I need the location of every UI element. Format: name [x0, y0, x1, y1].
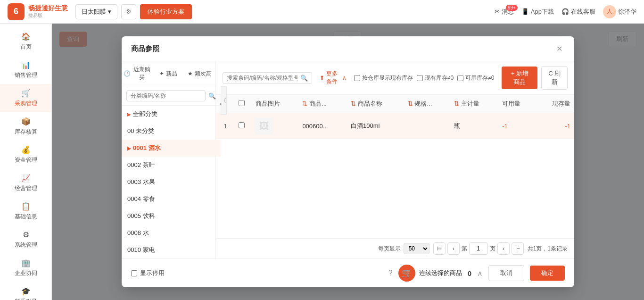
cart-area: 🛒 连续选择的商品 0 — [398, 265, 471, 282]
cat-item-all[interactable]: ▶ 全部分类 — [122, 106, 221, 123]
sidebar-item-purchase[interactable]: 🛒 采购管理 — [0, 84, 51, 112]
col-available: 可用量 — [498, 95, 536, 113]
usable-checkbox[interactable] — [457, 75, 463, 81]
cat-item-snacks[interactable]: 0004 零食 — [122, 191, 221, 208]
sales-icon: 📊 — [21, 60, 31, 69]
sidebar-item-operations[interactable]: 📈 经营管理 — [0, 169, 51, 197]
sort-icon: ⇅ — [351, 100, 356, 107]
cat-item-appliances[interactable]: 0010 家电 — [122, 242, 221, 258]
sort-icon: ⇅ — [302, 100, 307, 107]
per-page-select[interactable]: 50 20 100 — [404, 243, 429, 254]
sidebar-item-system[interactable]: ⚙ 系统管理 — [0, 225, 51, 254]
sidebar-item-inventory[interactable]: 📦 库存核算 — [0, 112, 51, 141]
tab-frequent[interactable]: ★ 频次高 — [184, 61, 215, 86]
chevron-down-icon: ▾ — [108, 8, 111, 15]
help-icon[interactable]: ? — [388, 269, 393, 277]
per-page-control: 每页显示 50 20 100 — [378, 243, 429, 254]
user-nav-item[interactable]: 人 徐泽华 — [603, 5, 636, 18]
messages-badge: 99+ — [506, 5, 518, 11]
cancel-button[interactable]: 取消 — [488, 265, 524, 281]
select-all-checkbox[interactable] — [239, 100, 245, 106]
col-name[interactable]: ⇅ 商品名称 — [347, 95, 404, 113]
col-image: 商品图片 — [252, 95, 298, 113]
show-disabled-checkbox[interactable] — [131, 270, 137, 276]
category-collapse-button[interactable]: 《 — [221, 86, 227, 115]
cat-item-drinks[interactable]: 0005 饮料 — [122, 208, 221, 225]
first-page-button[interactable]: ⊨ — [433, 242, 446, 255]
sidebar-item-home[interactable]: 🏠 首页 — [0, 27, 51, 56]
filter-button[interactable]: ⬆ 更多条件 ∧ — [316, 68, 350, 88]
search-icon[interactable]: 🔍 — [300, 75, 308, 82]
system-icon: ⚙ — [23, 230, 29, 239]
cat-item-liquor[interactable]: ▶ 0001 酒水 — [122, 140, 221, 157]
online-service-nav-item[interactable]: 🎧 在线客服 — [561, 8, 595, 16]
app-download-nav-item[interactable]: 📱 App下载 — [521, 8, 554, 16]
messages-nav-item[interactable]: ✉ 消息 99+ — [495, 8, 514, 16]
cat-panel-content: 🔍 ▶ 全部分类 00 未分类 — [122, 86, 215, 258]
expand-arrow: ▶ — [127, 146, 131, 151]
cat-search-icon[interactable]: 🔍 — [208, 92, 216, 100]
prev-page-button[interactable]: ‹ — [447, 242, 460, 255]
product-search-box: 🔍 — [223, 72, 312, 84]
basics-icon: 📋 — [21, 202, 31, 211]
warehouse-checkbox-label[interactable]: 按仓库显示现有库存 — [354, 74, 413, 82]
sidebar-item-guide[interactable]: 🎓 新手引导 — [0, 282, 51, 300]
page-input[interactable] — [469, 242, 488, 255]
category-search: 🔍 — [122, 86, 221, 106]
product-panel: 🔍 ⬆ 更多条件 ∧ 按仓库显示现有库存 — [216, 61, 574, 258]
dialog-overlay: 商品参照 ✕ 🕐 近期购买 ✦ — [52, 24, 644, 300]
sort-icon: ⇅ — [408, 100, 413, 107]
add-product-button[interactable]: + 新增商品 — [502, 67, 537, 89]
sidebar-item-basics[interactable]: 📋 基础信息 — [0, 197, 51, 225]
cat-item-uncategorized[interactable]: 00 未分类 — [122, 123, 221, 140]
product-table: ⚙ 商品图片 — [216, 95, 574, 139]
star-icon: ★ — [188, 70, 193, 77]
dialog-header: 商品参照 ✕ — [122, 36, 574, 61]
row-checkbox-cell — [235, 113, 252, 139]
image-placeholder-icon: 🖼 — [259, 121, 269, 132]
cat-item-fruit[interactable]: 0003 水果 — [122, 174, 221, 191]
row-name: 白酒100ml — [347, 113, 404, 139]
col-code[interactable]: ⇅ 商品... — [298, 95, 347, 113]
store-selector[interactable]: 日太阳膜 ▾ — [75, 4, 117, 19]
last-page-button[interactable]: ⊩ — [512, 242, 524, 255]
warehouse-checkbox[interactable] — [354, 75, 360, 81]
trial-button[interactable]: 体验行业方案 — [140, 4, 192, 19]
dialog-close-button[interactable]: ✕ — [553, 43, 565, 54]
cat-item-tea[interactable]: 0002 茶叶 — [122, 157, 221, 174]
show-disabled-label[interactable]: 显示停用 — [131, 269, 165, 277]
cat-item-water[interactable]: 0008 水 — [122, 225, 221, 242]
available-checkbox-label[interactable]: 现有库存≠0 — [417, 74, 454, 82]
confirm-button[interactable]: 确定 — [530, 266, 565, 281]
available-checkbox[interactable] — [417, 75, 423, 81]
usable-checkbox-label[interactable]: 可用库存≠0 — [457, 74, 494, 82]
purchase-icon: 🛒 — [21, 89, 31, 98]
sidebar-item-sales[interactable]: 📊 销售管理 — [0, 56, 51, 84]
row-checkbox[interactable] — [239, 122, 245, 128]
dialog-footer: 显示停用 ? 🛒 连续选择的商品 0 ∧ 取消 确定 — [122, 258, 574, 287]
table-row[interactable]: 1 🖼 — [216, 113, 574, 139]
refresh-button[interactable]: C 刷新 — [541, 66, 568, 90]
phone-icon: 📱 — [521, 8, 529, 15]
top-nav: 6 畅捷通好生意 捷易版 日太阳膜 ▾ ⚙ 体验行业方案 ✉ 消息 99+ 📱 … — [0, 0, 644, 24]
sidebar-item-enterprise[interactable]: 🏢 企业协同 — [0, 254, 51, 282]
table-header-row: ⚙ 商品图片 — [216, 95, 574, 113]
col-spec[interactable]: ⇅ 规格... — [404, 95, 451, 113]
settings-icon[interactable]: ⚙ — [121, 4, 136, 19]
tab-recent-purchase[interactable]: 🕐 近期购买 — [122, 61, 153, 86]
product-search-input[interactable] — [227, 75, 297, 81]
message-icon: ✉ — [495, 8, 500, 15]
sidebar-item-finance[interactable]: 💰 资金管理 — [0, 141, 51, 169]
finance-icon: 💰 — [21, 145, 31, 154]
logo-icon: 6 — [8, 3, 25, 20]
tab-new-items[interactable]: ✦ 新品 — [153, 61, 184, 86]
col-stock: 现存量 — [537, 95, 574, 113]
cat-search-input[interactable] — [126, 90, 206, 101]
next-page-button[interactable]: › — [497, 242, 510, 255]
col-unit[interactable]: ⇅ 主计量 — [450, 95, 498, 113]
collapse-cart-button[interactable]: ∧ — [477, 269, 483, 278]
logo-title: 畅捷通好生意 — [28, 4, 68, 12]
cart-icon[interactable]: 🛒 — [398, 265, 415, 282]
row-stock: -1 — [537, 113, 574, 139]
cart-count: 0 — [468, 269, 471, 277]
